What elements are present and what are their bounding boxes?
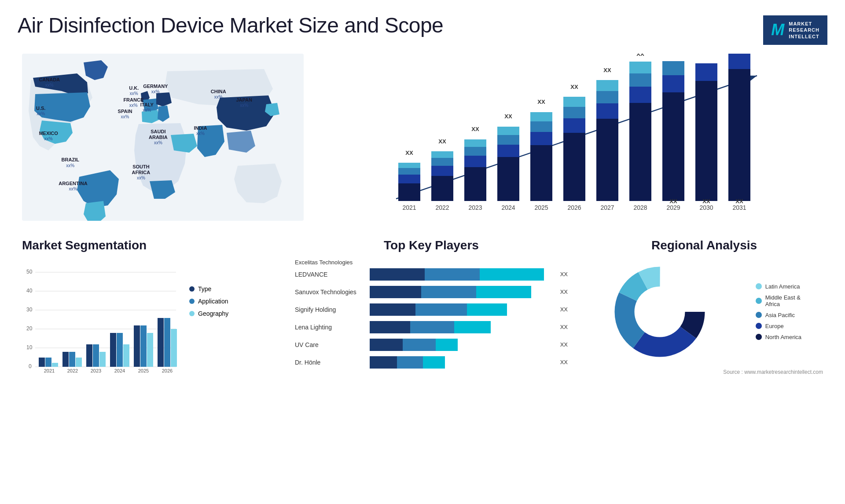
svg-rect-23: [530, 145, 552, 201]
svg-text:XX: XX: [702, 198, 710, 205]
regional-legend: Latin America Middle East &Africa Asia P…: [756, 283, 801, 340]
svg-rect-81: [62, 352, 69, 367]
svg-text:2024: 2024: [114, 368, 125, 373]
svg-rect-18: [497, 157, 519, 201]
svg-text:2023: 2023: [468, 204, 482, 211]
svg-rect-78: [45, 358, 51, 367]
player-xx-lena: XX: [560, 324, 568, 330]
key-players-title: Top Key Players: [295, 238, 568, 252]
svg-text:2027: 2027: [600, 204, 614, 211]
svg-rect-47: [695, 63, 717, 81]
type-dot: [189, 286, 195, 292]
svg-text:2028: 2028: [633, 204, 647, 211]
label-canada: CANADAxx%: [39, 77, 60, 88]
player-bar-drhonle: [370, 356, 553, 369]
bar-chart-section: XX XX XX XX: [312, 49, 832, 234]
svg-rect-79: [52, 363, 58, 367]
donut-chart: [607, 259, 713, 365]
svg-rect-25: [530, 121, 552, 132]
svg-rect-38: [629, 103, 651, 201]
svg-text:2021: 2021: [402, 204, 416, 211]
svg-rect-33: [596, 119, 618, 201]
label-argentina: ARGENTINAxx%: [59, 181, 87, 192]
label-spain: SPAINxx%: [118, 109, 132, 120]
svg-rect-16: [464, 139, 486, 147]
svg-rect-86: [93, 344, 99, 367]
segmentation-title: Market Segmentation: [22, 238, 282, 252]
svg-rect-26: [530, 112, 552, 121]
svg-rect-44: [662, 75, 684, 92]
svg-rect-20: [497, 135, 519, 145]
app-dot: [189, 299, 195, 304]
world-map: CANADAxx% U.S.xx% MEXICOxx% BRAZILxx% AR…: [22, 54, 304, 221]
player-bar-ledvance: [370, 268, 553, 281]
svg-rect-4: [398, 175, 420, 183]
player-row-uvcare: UV Care XX: [295, 339, 568, 351]
label-india: INDIAxx%: [194, 125, 207, 136]
seg-legend-app: Application: [189, 298, 228, 305]
player-bar-uvcare: [370, 339, 553, 351]
svg-rect-48: [728, 69, 750, 201]
geo-dot: [189, 311, 195, 316]
svg-text:2024: 2024: [501, 204, 515, 211]
svg-text:2026: 2026: [162, 368, 173, 373]
svg-text:2025: 2025: [138, 368, 149, 373]
svg-rect-19: [497, 145, 519, 157]
seg-geo-label: Geography: [198, 310, 228, 317]
svg-rect-97: [158, 318, 164, 367]
apac-label: Asia Pacific: [765, 312, 795, 318]
svg-rect-90: [117, 333, 123, 367]
seg-legend-geo: Geography: [189, 310, 228, 317]
top-content: CANADAxx% U.S.xx% MEXICOxx% BRAZILxx% AR…: [0, 49, 845, 234]
svg-rect-49: [728, 54, 750, 69]
svg-rect-45: [662, 61, 684, 75]
svg-text:2025: 2025: [534, 204, 548, 211]
logo: M MARKET RESEARCH INTELLECT: [763, 13, 827, 45]
svg-text:20: 20: [26, 325, 33, 332]
svg-text:2022: 2022: [67, 368, 78, 373]
segmentation-section: Market Segmentation 0 10 20 30 40 50 60: [13, 238, 286, 375]
europe-dot: [756, 323, 762, 329]
segmentation-chart: 0 10 20 30 40 50 60: [18, 259, 185, 373]
player-name-uvcare: UV Care: [295, 341, 365, 348]
player-xx-uvcare: XX: [560, 341, 568, 348]
svg-rect-91: [123, 344, 129, 367]
label-italy: ITALYxx%: [140, 102, 154, 113]
label-japan: JAPANxx%: [236, 97, 252, 108]
svg-rect-29: [563, 118, 585, 133]
label-us: U.S.xx%: [36, 106, 45, 117]
source-text: Source : www.marketresearchintellect.com: [585, 369, 823, 375]
seg-app-label: Application: [198, 298, 228, 305]
bar-chart-svg: XX XX XX XX: [321, 54, 823, 221]
latin-label: Latin America: [765, 283, 800, 290]
player-bar-signify: [370, 303, 553, 316]
player-name-sanuvox: Sanuvox Technologies: [295, 289, 365, 296]
latin-dot: [756, 283, 762, 289]
svg-rect-94: [140, 325, 147, 367]
apac-dot: [756, 312, 762, 318]
svg-text:XX: XX: [735, 198, 743, 205]
svg-text:XX: XX: [504, 113, 512, 120]
legend-latin: Latin America: [756, 283, 801, 290]
svg-text:0: 0: [29, 363, 32, 369]
map-section: CANADAxx% U.S.xx% MEXICOxx% BRAZILxx% AR…: [13, 49, 312, 234]
svg-text:2021: 2021: [44, 368, 55, 373]
legend-namerica: North America: [756, 334, 801, 340]
svg-rect-93: [134, 325, 140, 367]
svg-text:2030: 2030: [699, 204, 713, 211]
svg-text:10: 10: [26, 344, 33, 351]
player-bar-lena: [370, 321, 553, 333]
mea-dot: [756, 298, 762, 304]
player-name-signify: Signify Holding: [295, 306, 365, 313]
page-title: Air Disinfection Device Market Size and …: [18, 13, 443, 37]
svg-text:40: 40: [26, 288, 33, 294]
namerica-dot: [756, 334, 762, 340]
svg-text:2022: 2022: [435, 204, 449, 211]
svg-text:30: 30: [26, 307, 33, 313]
label-saudi: SAUDIARABIAxx%: [149, 129, 168, 146]
player-row-signify: Signify Holding XX: [295, 303, 568, 316]
svg-rect-82: [69, 352, 75, 367]
player-bar-sanuvox: [370, 286, 553, 298]
svg-rect-14: [464, 156, 486, 167]
player-name-lena: Lena Lighting: [295, 324, 365, 331]
